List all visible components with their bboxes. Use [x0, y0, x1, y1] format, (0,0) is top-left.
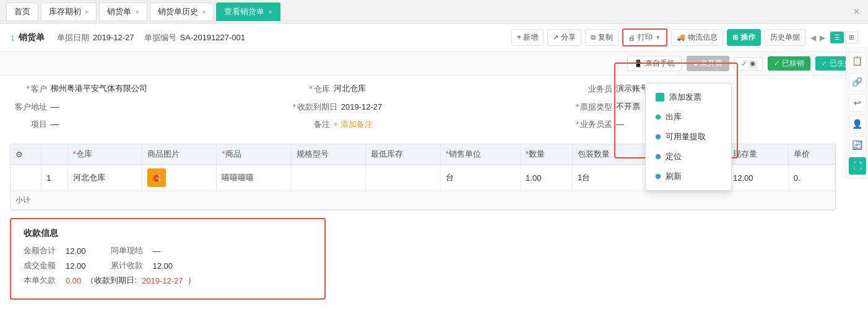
add-invoice-label: 添加发票 [669, 92, 701, 103]
add-invoice-item[interactable]: 添加发票 [646, 87, 731, 107]
cumulative-label: 累计收款 [111, 260, 148, 271]
doc-no-value: SA-20191227-001 [180, 33, 246, 42]
tab-sales-order[interactable]: 销货单 × [99, 2, 147, 21]
cell-sales-unit: 台 [440, 165, 520, 191]
col-warehouse: *仓库 [67, 144, 142, 165]
doc-icon: ↕ [10, 32, 15, 43]
add-note-button[interactable]: + 添加备注 [334, 119, 373, 130]
summary-row-1: 金额合计 12.00 同单现结 — [24, 245, 312, 256]
customer-label: 客户 [10, 84, 47, 95]
doc-title-text: 销货单 [19, 32, 45, 43]
doc-no-field: 单据编号 SA-20191227-001 [144, 32, 246, 43]
project-value: — [51, 119, 125, 129]
date-label: 单据日期 [57, 32, 89, 43]
due-date-value: 2019-12-27 [341, 102, 415, 112]
locate-item[interactable]: 定位 [646, 147, 731, 167]
grid-view-button[interactable]: ⊞ [845, 32, 858, 43]
tab-close-view[interactable]: × [268, 8, 272, 15]
refresh-icon [656, 174, 661, 179]
transaction-item: 成交金额 12.00 [24, 260, 86, 271]
customer-value: 柳州粤港平安气体有限公司 [51, 83, 147, 95]
history-button[interactable]: 历史单据 [765, 29, 805, 46]
doc-header: ↕ 销货单 单据日期 2019-12-27 单据编号 SA-20191227-0… [0, 24, 868, 52]
due-date-label: 收款到期日 [293, 102, 337, 113]
col-product-img: 商品图片 [142, 144, 217, 165]
product-image: 🧲 [147, 168, 166, 187]
staff-label: 业务员 [575, 84, 612, 95]
ticket-label: 票据类型 [575, 102, 612, 113]
tab-sales-history[interactable]: 销货单历史 × [150, 2, 214, 21]
summary-box: 收款信息 金额合计 12.00 同单现结 — 成交金额 12.00 累计收款 [10, 218, 326, 300]
refresh-item[interactable]: 刷新 [646, 167, 731, 186]
tab-home[interactable]: 首页 [6, 2, 38, 21]
sidebar-expand-button[interactable]: ⛶ [849, 157, 866, 175]
warehouse-label: 仓库 [293, 84, 330, 95]
note-label: 备注 [293, 119, 330, 130]
col-unit-price: 单价 [788, 144, 835, 165]
cell-stock: 12.00 [728, 165, 789, 191]
sidebar-user-button[interactable]: 👤 [849, 115, 866, 132]
balance-item: 本单欠款 0.00 （收款到期日: 2019-12-27 ） [24, 275, 196, 286]
cell-min-stock [366, 165, 440, 191]
warehouse-value: 河北仓库 [334, 83, 408, 95]
subtotal-label: 小计 [11, 191, 835, 210]
project-field: 项目 — [10, 119, 293, 130]
doc-actions: + 新增 ↗ 分享 ⧉ 复制 🖨 打印 ▼ 🚚 物流信息 [511, 28, 858, 46]
new-button[interactable]: + 新增 [511, 29, 544, 46]
global-close-button[interactable]: × [851, 4, 862, 20]
settlement-item: 同单现结 — [111, 245, 161, 256]
transaction-label: 成交金额 [24, 260, 61, 271]
address-value: — [51, 102, 125, 112]
from-phone-button[interactable]: 📱 来自手机 [627, 56, 682, 71]
view-toggle: ☰ ⊞ [830, 32, 858, 43]
next-button[interactable]: ▶ [818, 32, 827, 43]
tab-close-history[interactable]: × [202, 8, 206, 15]
share-button[interactable]: ↗ 分享 [547, 29, 581, 46]
cumulative-item: 累计收款 12.00 [111, 260, 173, 271]
tab-inventory-init[interactable]: 库存期初 × [41, 2, 97, 21]
quantity-pickup-item[interactable]: 可用量提取 [646, 127, 731, 147]
list-view-button[interactable]: ☰ [830, 32, 844, 43]
confirm-button[interactable]: ✓ ◉ [734, 57, 763, 71]
col-stock: 现存量 [728, 144, 789, 165]
outbound-item[interactable]: 出库 [646, 107, 731, 127]
col-spec: 规格型号 [291, 144, 365, 165]
cell-spec [291, 165, 365, 191]
cell-qty: 1.00 [521, 165, 573, 191]
amount-item: 金额合计 12.00 [24, 245, 86, 256]
col-seq [41, 144, 67, 165]
logistics-button[interactable]: 🚚 物流信息 [671, 29, 723, 46]
date-value: 2019-12-27 [93, 33, 134, 42]
balance-label: 本单欠款 [24, 275, 61, 286]
sold-badge: ✓ 已核销 [768, 56, 810, 71]
settlement-value: — [153, 246, 161, 256]
outbound-icon [656, 115, 661, 119]
sidebar-return-button[interactable]: ↩ [849, 94, 866, 111]
sales-staff-label: 业务员孟 [575, 119, 612, 130]
col-settings[interactable]: ⚙ [11, 144, 41, 165]
sidebar-sync-button[interactable]: 🔄 [849, 136, 866, 154]
not-open-button[interactable]: ● 未开票 [687, 56, 729, 71]
copy-button[interactable]: ⧉ 复制 [585, 29, 618, 46]
tab-close-inventory[interactable]: × [85, 8, 89, 15]
form-section: 客户 柳州粤港平安气体有限公司 仓库 河北仓库 业务员 演示账号 客户地址 — [0, 76, 868, 144]
add-invoice-icon [656, 93, 664, 102]
prev-button[interactable]: ◀ [809, 32, 817, 43]
due-date-field: 收款到期日 2019-12-27 [293, 102, 576, 113]
subtotal-row: 小计 [11, 191, 835, 210]
balance-date: 2019-12-27 [142, 276, 183, 285]
locate-label: 定位 [666, 151, 682, 162]
amount-value: 12.00 [66, 246, 86, 256]
operation-button[interactable]: ⊞ 操作 [727, 29, 761, 46]
cell-seq: 1 [41, 165, 67, 191]
col-sales-unit: *销售单位 [440, 144, 520, 165]
address-label: 客户地址 [10, 102, 47, 113]
customer-field: 客户 柳州粤港平安气体有限公司 [10, 83, 293, 95]
tab-view-sales[interactable]: 查看销货单 × [216, 2, 280, 21]
print-button[interactable]: 🖨 打印 ▼ [622, 28, 667, 46]
col-qty: *数量 [521, 144, 573, 165]
tab-close-sales[interactable]: × [135, 8, 139, 15]
sidebar-clipboard-button[interactable]: 📋 [849, 52, 866, 69]
cell-pack-qty: 1台 [573, 165, 647, 191]
sidebar-link-button[interactable]: 🔗 [849, 73, 866, 90]
